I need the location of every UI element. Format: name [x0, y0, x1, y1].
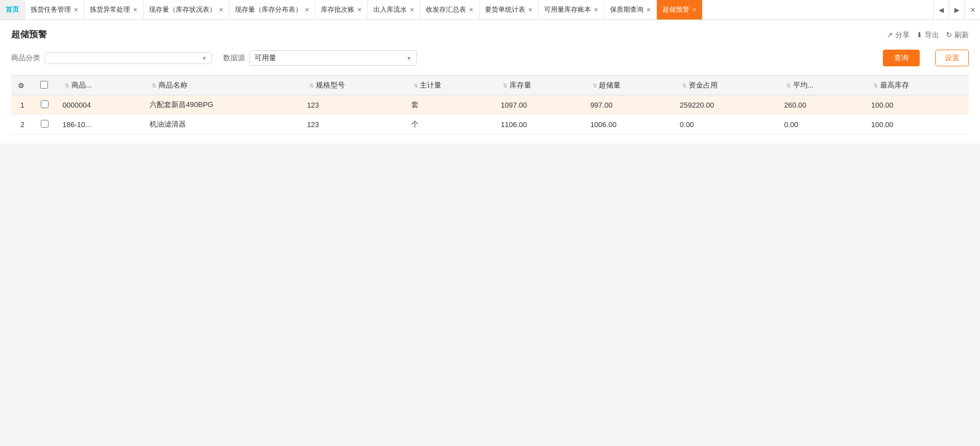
tab-tab-6[interactable]: 出入库流水✕: [368, 0, 420, 20]
row-checkbox-cell: [33, 115, 56, 134]
col-checkbox-header: [33, 76, 56, 95]
tab-tab-9[interactable]: 可用量库存账本✕: [539, 0, 604, 20]
tab-tab-5[interactable]: 库存批次账✕: [315, 0, 368, 20]
maxstock: 100.00: [864, 95, 969, 115]
share-icon: ↗: [887, 31, 893, 39]
export-button[interactable]: ⬇ 导出: [916, 30, 939, 40]
row-index: 1: [11, 95, 33, 115]
sort-icon: ⇅: [503, 83, 507, 89]
table-row: 1 0000004 六配套新昌490BPG 123 套 1097.00 997.…: [11, 95, 969, 115]
avg: 0.00: [777, 115, 864, 134]
row-checkbox[interactable]: [41, 100, 49, 108]
tab-tab-3[interactable]: 现存量（库存状况表）✕: [143, 0, 229, 20]
tab-close-icon[interactable]: ✕: [219, 7, 223, 13]
page-title: 超储预警: [11, 29, 47, 41]
tab-label: 现存量（库存状况表）: [149, 5, 216, 14]
tab-close-icon[interactable]: ✕: [528, 7, 532, 13]
sort-icon: ⇅: [873, 83, 878, 89]
filter-row: 商品分类 ▼ 数据源 可用量 ▼ 查询 设置: [11, 50, 969, 66]
tab-label: 保质期查询: [610, 5, 643, 14]
data-table: ⚙ ⇅ 商品... ⇅ 商品名称 ⇅ 规格型号 ⇅: [11, 75, 969, 134]
product-code: 186-10...: [56, 115, 143, 134]
tab-prev-button[interactable]: ◀: [933, 0, 949, 20]
overstock: 1006.00: [584, 115, 673, 134]
overstock: 997.00: [584, 95, 673, 115]
col-capital-header: ⇅ 资金占用: [673, 76, 777, 95]
row-checkbox-cell: [33, 95, 56, 115]
capital: 259220.00: [673, 95, 777, 115]
select-all-checkbox[interactable]: [40, 81, 48, 89]
tab-label: 出入库流水: [373, 5, 407, 14]
tab-tab-2[interactable]: 拣货异常处理✕: [84, 0, 143, 20]
home-tab[interactable]: 首页: [0, 0, 25, 20]
capital: 0.00: [673, 115, 777, 134]
avg: 260.00: [777, 95, 864, 115]
tab-tab-7[interactable]: 收发存汇总表✕: [420, 0, 479, 20]
tab-tab-1[interactable]: 拣货任务管理✕: [25, 0, 84, 20]
tab-close-icon[interactable]: ✕: [305, 7, 309, 13]
tab-close-icon[interactable]: ✕: [469, 7, 473, 13]
sort-icon: ⇅: [65, 83, 69, 89]
col-unit-header: ⇅ 主计量: [405, 76, 494, 95]
gear-icon[interactable]: ⚙: [18, 81, 25, 90]
sort-icon: ⇅: [786, 83, 791, 89]
tab-tab-4[interactable]: 现存量（库存分布表）✕: [229, 0, 315, 20]
sort-icon: ⇅: [309, 83, 314, 89]
product-name: 机油滤清器: [143, 115, 300, 134]
maxstock: 100.00: [864, 115, 969, 134]
tab-close-icon[interactable]: ✕: [594, 7, 598, 13]
tab-label: 拣货异常处理: [90, 5, 130, 14]
category-select[interactable]: ▼: [45, 52, 212, 64]
sort-icon: ⇅: [682, 83, 686, 89]
tab-close-icon[interactable]: ✕: [133, 7, 137, 13]
page-header: 超储预警 ↗ 分享 ⬇ 导出 ↻ 刷新: [11, 29, 969, 41]
product-code: 0000004: [56, 95, 143, 115]
col-stock-header: ⇅ 库存量: [494, 76, 583, 95]
export-label: 导出: [925, 30, 939, 40]
datasource-select[interactable]: 可用量 ▼: [249, 50, 417, 66]
tab-close-icon[interactable]: ✕: [357, 7, 362, 13]
row-checkbox[interactable]: [41, 120, 49, 128]
refresh-icon: ↻: [946, 31, 952, 39]
tab-tab-8[interactable]: 要货单统计表✕: [479, 0, 539, 20]
sort-icon: ⇅: [152, 83, 156, 89]
tab-nav-arrows: ◀ ▶ ✕: [933, 0, 980, 20]
tab-label: 可用量库存账本: [544, 5, 591, 14]
tab-label: 拣货任务管理: [31, 5, 71, 14]
category-chevron-icon: ▼: [201, 55, 207, 61]
col-product-name-header: ⇅ 商品名称: [143, 76, 300, 95]
tab-next-button[interactable]: ▶: [949, 0, 964, 20]
tab-close-icon[interactable]: ✕: [410, 7, 414, 13]
tab-label: 收发存汇总表: [426, 5, 466, 14]
tab-label: 要货单统计表: [485, 5, 525, 14]
datasource-filter-group: 数据源 可用量 ▼: [223, 50, 417, 66]
col-maxstock-header: ⇅ 最高库存: [864, 76, 969, 95]
sort-icon: ⇅: [414, 83, 418, 89]
tab-tab-10[interactable]: 保质期查询✕: [604, 0, 657, 20]
tab-close-icon[interactable]: ✕: [692, 7, 696, 13]
datasource-label: 数据源: [223, 53, 245, 63]
col-avg-header: ⇅ 平均...: [777, 76, 864, 95]
tab-close-all-button[interactable]: ✕: [964, 0, 980, 20]
tab-tab-11[interactable]: 超储预警✕: [657, 0, 703, 20]
settings-button[interactable]: 设置: [935, 50, 969, 66]
row-index: 2: [11, 115, 33, 134]
sort-icon: ⇅: [593, 83, 597, 89]
tab-label: 现存量（库存分布表）: [235, 5, 302, 14]
spec: 123: [300, 115, 405, 134]
table-row: 2 186-10... 机油滤清器 123 个 1106.00 1006.00 …: [11, 115, 969, 134]
tab-close-icon[interactable]: ✕: [74, 7, 78, 13]
col-product-code-header: ⇅ 商品...: [56, 76, 143, 95]
col-overstock-header: ⇅ 超储量: [584, 76, 673, 95]
header-actions: ↗ 分享 ⬇ 导出 ↻ 刷新: [887, 30, 969, 40]
tab-close-icon[interactable]: ✕: [646, 7, 651, 13]
unit: 个: [405, 115, 494, 134]
table-header-row: ⚙ ⇅ 商品... ⇅ 商品名称 ⇅ 规格型号 ⇅: [11, 76, 969, 95]
share-button[interactable]: ↗ 分享: [887, 30, 910, 40]
page-content: 超储预警 ↗ 分享 ⬇ 导出 ↻ 刷新 商品分类 ▼ 数据源: [0, 20, 980, 143]
refresh-button[interactable]: ↻ 刷新: [946, 30, 969, 40]
spec: 123: [300, 95, 405, 115]
product-name: 六配套新昌490BPG: [143, 95, 300, 115]
query-button[interactable]: 查询: [883, 50, 920, 66]
datasource-chevron-icon: ▼: [406, 55, 412, 61]
